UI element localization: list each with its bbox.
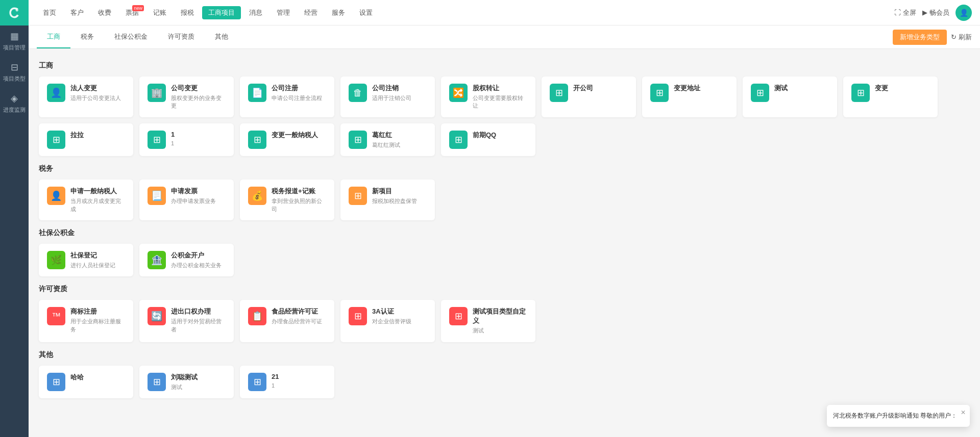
card-import-export[interactable]: 🔄 进出口权办理 适用于对外贸易经营者 [139, 300, 234, 342]
tab-shuiwu[interactable]: 税务 [70, 26, 104, 48]
card-icon-test-type: ⊞ [449, 307, 468, 325]
card-title-test: 测试 [774, 84, 829, 93]
card-company-reg[interactable]: 📄 公司注册 申请公司注册全流程 [240, 76, 334, 117]
other-card-grid: ⊞ 哈哈 ⊞ 刘聪测试 测试 ⊞ 21 [39, 366, 970, 398]
card-icon-company-reg: 📄 [248, 84, 266, 102]
card-social-reg[interactable]: 🌿 社保登记 进行人员社保登记 [39, 244, 133, 276]
refresh-button[interactable]: ↻ 刷新 [951, 33, 972, 42]
card-company-change[interactable]: 🏢 公司变更 股权变更外的业务变更 [139, 76, 234, 117]
card-lala[interactable]: ⊞ 拉拉 [39, 123, 133, 156]
card-num21[interactable]: ⊞ 21 1 [240, 366, 334, 398]
card-title-open-company: 开公司 [573, 84, 628, 93]
nav-tickets[interactable]: 票据 new [119, 6, 145, 19]
nav-accounting[interactable]: 记账 [147, 6, 173, 19]
notification-text: 河北税务数字账户升级影响通知 尊敬的用户： [833, 411, 964, 421]
sidebar-label-project-type: 项目类型 [3, 75, 26, 83]
new-badge: new [132, 5, 144, 11]
card-icon-equity-transfer: 🔀 [449, 84, 468, 102]
card-title-equity-transfer: 股权转让 [473, 84, 527, 93]
refresh-label: 刷新 [959, 33, 972, 42]
nav-home[interactable]: 首页 [37, 6, 62, 19]
card-apply-invoice[interactable]: 📃 申请发票 办理申请发票业务 [139, 179, 234, 220]
notification-close-button[interactable]: ✕ [961, 409, 966, 416]
sidebar-item-project-mgmt[interactable]: ▦ 项目管理 [0, 25, 29, 57]
tab-actions: 新增业务类型 ↻ 刷新 [893, 30, 972, 45]
card-icon-apply-invoice: 📃 [148, 187, 166, 205]
card-num1[interactable]: ⊞ 1 1 [139, 123, 234, 156]
card-company-cancel[interactable]: 🗑 公司注销 适用于注销公司 [340, 76, 435, 117]
avatar[interactable]: 👤 [955, 5, 972, 21]
card-change-taxpayer[interactable]: ⊞ 变更一般纳税人 [240, 123, 334, 156]
nav-clients[interactable]: 客户 [64, 6, 90, 19]
tab-xuke[interactable]: 许可资质 [158, 26, 205, 48]
card-qianqiQQ[interactable]: ⊞ 前期QQ [441, 123, 535, 156]
card-fund-open[interactable]: 🏦 公积金开户 办理公积金相关业务 [139, 244, 234, 276]
card-title-legal-change: 法人变更 [70, 84, 125, 93]
card-desc-social-reg: 进行人员社保登记 [70, 262, 125, 269]
card-desc-company-change: 股权变更外的业务变更 [171, 94, 226, 110]
card-icon-num21: ⊞ [248, 373, 266, 391]
card-change-address[interactable]: ⊞ 变更地址 [642, 76, 737, 117]
card-icon-food-license: 📋 [248, 307, 266, 325]
card-icon-lala: ⊞ [47, 131, 65, 149]
nav-management[interactable]: 管理 [271, 6, 296, 19]
card-icon-gehonghong: ⊞ [349, 131, 367, 149]
card-new-project[interactable]: ⊞ 新项目 报税加税控盘保管 [340, 179, 435, 220]
nav-tax[interactable]: 报税 [175, 6, 200, 19]
card-icon-change2: ⊞ [851, 84, 870, 102]
card-title-tax-report-acc: 税务报道+记账 [272, 187, 326, 196]
card-cert3a[interactable]: ⊞ 3A认证 对企业信誉评级 [340, 300, 435, 342]
card-icon-trademark: ™ [47, 307, 65, 325]
card-gehonghong[interactable]: ⊞ 葛红红 葛红红测试 [340, 123, 435, 156]
content-area: 工商 税务 社保公积金 许可资质 其他 新增业务类型 ↻ 刷新 工商 👤 [29, 25, 980, 437]
sidebar-logo [0, 0, 29, 25]
tab-other[interactable]: 其他 [205, 26, 238, 48]
card-equity-transfer[interactable]: 🔀 股权转让 公司变更需要股权转让 [441, 76, 535, 117]
member-button[interactable]: ▶ 畅会员 [922, 8, 949, 17]
nav-messages[interactable]: 消息 [243, 6, 268, 19]
card-trademark[interactable]: ™ 商标注册 用于企业商标注册服务 [39, 300, 133, 342]
card-change2[interactable]: ⊞ 变更 [843, 76, 938, 117]
card-liu-test[interactable]: ⊞ 刘聪测试 测试 [139, 366, 234, 398]
nav-settings[interactable]: 设置 [353, 6, 379, 19]
card-haha[interactable]: ⊞ 哈哈 [39, 366, 133, 398]
card-title-food-license: 食品经营许可证 [272, 307, 326, 316]
card-icon-cert3a: ⊞ [349, 307, 367, 325]
card-food-license[interactable]: 📋 食品经营许可证 办理食品经营许可证 [240, 300, 334, 342]
project-type-icon: ⊟ [11, 62, 18, 73]
progress-monitor-icon: ◈ [11, 93, 18, 104]
card-title-company-change: 公司变更 [171, 84, 226, 93]
card-desc-equity-transfer: 公司变更需要股权转让 [473, 94, 527, 110]
sidebar: ▦ 项目管理 ⊟ 项目类型 ◈ 进度监测 [0, 0, 29, 437]
card-icon-tax-report-acc: 💰 [248, 187, 266, 205]
nav-services[interactable]: 服务 [326, 6, 351, 19]
card-open-company[interactable]: ⊞ 开公司 [542, 76, 636, 117]
shebao-card-grid: 🌿 社保登记 进行人员社保登记 🏦 公积金开户 办理公积金相关业务 [39, 244, 970, 276]
card-title-change-taxpayer: 变更一般纳税人 [272, 131, 326, 140]
nav-operations[interactable]: 经营 [298, 6, 324, 19]
svg-point-0 [16, 9, 18, 11]
card-title-qianqiQQ: 前期QQ [473, 131, 527, 140]
card-title-cert3a: 3A认证 [372, 307, 427, 316]
nav-industrial[interactable]: 工商项目 [202, 6, 241, 19]
card-legal-change[interactable]: 👤 法人变更 适用于公司变更法人 [39, 76, 133, 117]
card-test-type[interactable]: ⊞ 测试项目类型自定义 测试 [441, 300, 535, 342]
sidebar-item-project-type[interactable]: ⊟ 项目类型 [0, 57, 29, 88]
tab-shebao[interactable]: 社保公积金 [104, 26, 158, 48]
tab-gongshang[interactable]: 工商 [37, 26, 70, 48]
card-icon-change-taxpayer: ⊞ [248, 131, 266, 149]
nav-collection[interactable]: 收费 [92, 6, 117, 19]
card-desc-legal-change: 适用于公司变更法人 [70, 94, 125, 102]
card-title-test-type: 测试项目类型自定义 [473, 307, 527, 325]
add-type-button[interactable]: 新增业务类型 [893, 30, 947, 45]
tab-bar: 工商 税务 社保公积金 许可资质 其他 新增业务类型 ↻ 刷新 [29, 25, 980, 49]
card-tax-report-acc[interactable]: 💰 税务报道+记账 拿到营业执照的新公司 [240, 179, 334, 220]
sidebar-item-progress-monitor[interactable]: ◈ 进度监测 [0, 88, 29, 119]
card-apply-taxpayer[interactable]: 👤 申请一般纳税人 当月或次月成变更完成 [39, 179, 133, 220]
fullscreen-icon: ⛶ [894, 9, 901, 16]
fullscreen-button[interactable]: ⛶ 全屏 [894, 8, 916, 17]
card-icon-qianqiQQ: ⊞ [449, 131, 468, 149]
main-area: 首页 客户 收费 票据 new 记账 报税 工商项目 消息 管理 经营 服务 设… [29, 0, 980, 437]
card-test[interactable]: ⊞ 测试 [743, 76, 837, 117]
card-desc-apply-invoice: 办理申请发票业务 [171, 197, 226, 205]
